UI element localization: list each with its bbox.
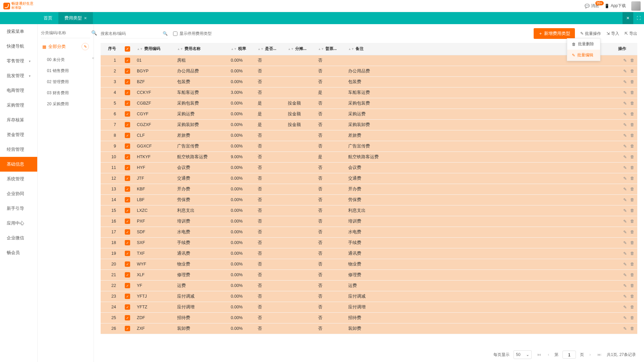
category-item[interactable]: 02 管理费用 [41, 76, 90, 87]
row-delete-icon[interactable]: 🗑 [630, 176, 635, 181]
sidebar-item[interactable]: 库存核算 [0, 113, 37, 127]
table-row[interactable]: 11✓HYF会议费0.00%否否会议费✎🗑 [101, 162, 637, 173]
row-edit-icon[interactable]: ✎ [623, 176, 627, 181]
table-row[interactable]: 18✓SXF手续费0.00%否否手续费✎🗑 [101, 237, 637, 248]
cell-checkbox[interactable]: ✓ [121, 205, 134, 216]
checkbox-checked-icon[interactable]: ✓ [125, 176, 130, 181]
add-expense-type-button[interactable]: ＋ 新增费用类型 [534, 28, 575, 39]
checkbox-checked-icon[interactable]: ✓ [125, 58, 130, 63]
table-row[interactable]: 9✓GGXCF广告宣传费0.00%否否广告宣传费✎🗑 [101, 141, 637, 152]
sidebar-item[interactable]: 应用中心 [0, 216, 37, 231]
first-page-button[interactable]: ⏮ [536, 352, 542, 357]
row-edit-icon[interactable]: ✎ [623, 273, 627, 278]
sidebar-item[interactable]: 搜索菜单 [0, 24, 37, 39]
cell-checkbox[interactable]: ✓ [121, 237, 134, 248]
category-item[interactable]: 03 财务费用 [41, 87, 90, 99]
messages-link[interactable]: 💬 消息 99+ [585, 3, 599, 9]
row-delete-icon[interactable]: 🗑 [630, 326, 635, 331]
category-item[interactable]: 01 销售费用 [41, 65, 90, 76]
row-edit-icon[interactable]: ✎ [623, 187, 627, 192]
th-is[interactable]: ▲▼是否... [255, 43, 285, 55]
cell-checkbox[interactable]: ✓ [121, 216, 134, 227]
table-row[interactable]: 3✓BZF包装费0.00%否否包装费✎🗑 [101, 76, 637, 87]
cell-checkbox[interactable]: ✓ [121, 227, 134, 237]
checkbox-checked-icon[interactable]: ✓ [125, 197, 130, 202]
row-delete-icon[interactable]: 🗑 [630, 112, 635, 117]
cell-checkbox[interactable]: ✓ [121, 280, 134, 291]
table-row[interactable]: 7✓CGZXF采购装卸费0.00%是按金额否采购装卸费✎🗑 [101, 119, 637, 130]
checkbox-checked-icon[interactable]: ✓ [125, 294, 130, 299]
fullscreen-icon[interactable]: ⛶ [633, 12, 644, 24]
import-button[interactable]: ⇲ 导入 [606, 31, 619, 37]
collapse-panel-icon[interactable]: « [92, 56, 94, 60]
checkbox-checked-icon[interactable]: ✓ [125, 133, 130, 138]
row-edit-icon[interactable]: ✎ [623, 165, 627, 170]
sidebar-item[interactable]: 企业微信 [0, 231, 37, 245]
table-row[interactable]: 25✓ZDF招待费0.00%否否招待费✎🗑 [101, 312, 637, 323]
table-row[interactable]: 4✓CCKYF车船客运费3.00%否是车船客运费✎🗑 [101, 87, 637, 98]
table-row[interactable]: 24✓YFTZ应付调增0.00%否否应付调增✎🗑 [101, 302, 637, 312]
checkbox-checked-icon[interactable]: ✓ [125, 251, 130, 256]
table-row[interactable]: 15✓LXZC利息支出0.00%否否利息支出✎🗑 [101, 205, 637, 216]
row-edit-icon[interactable]: ✎ [623, 326, 627, 331]
table-row[interactable]: 19✓TXF通讯费0.00%否否通讯费✎🗑 [101, 248, 637, 259]
th-pt[interactable]: ▲▼普票... [315, 43, 345, 55]
row-delete-icon[interactable]: 🗑 [630, 294, 635, 299]
cell-checkbox[interactable]: ✓ [121, 76, 134, 87]
cell-checkbox[interactable]: ✓ [121, 141, 134, 152]
th-rate[interactable]: ▲▼税率 [228, 43, 255, 55]
checkbox-checked-icon[interactable]: ✓ [125, 272, 130, 278]
sidebar-item[interactable]: 资金管理 [0, 127, 37, 142]
row-edit-icon[interactable]: ✎ [623, 90, 627, 95]
cell-checkbox[interactable]: ✓ [121, 98, 134, 109]
avatar[interactable] [631, 1, 641, 11]
table-row[interactable]: 14✓LBF劳保费0.00%否否劳保费✎🗑 [101, 194, 637, 205]
sidebar-item[interactable]: 批发管理▾ [0, 68, 37, 83]
checkbox-checked-icon[interactable]: ✓ [125, 143, 130, 149]
row-delete-icon[interactable]: 🗑 [630, 273, 635, 278]
export-button[interactable]: ⇱ 导出 [625, 31, 637, 37]
table-row[interactable]: 23✓YFTJ应付调减0.00%否否应付调减✎🗑 [101, 291, 637, 302]
row-edit-icon[interactable]: ✎ [623, 58, 627, 63]
category-all[interactable]: ▦ 全部分类 ✎ [41, 41, 90, 52]
sidebar-item[interactable]: 经营管理 [0, 142, 37, 157]
row-edit-icon[interactable]: ✎ [623, 79, 627, 84]
row-delete-icon[interactable]: 🗑 [630, 144, 635, 149]
row-edit-icon[interactable]: ✎ [623, 262, 627, 267]
category-edit-icon[interactable]: ✎ [82, 43, 89, 50]
checkbox-checked-icon[interactable]: ✓ [125, 315, 130, 320]
table-row[interactable]: 10✓HTKYF航空铁路客运费9.00%否是航空铁路客运费✎🗑 [101, 152, 637, 162]
row-edit-icon[interactable]: ✎ [623, 251, 627, 256]
row-delete-icon[interactable]: 🗑 [630, 262, 635, 267]
table-row[interactable]: 1✓01房租0.00%否否✎🗑 [101, 55, 637, 66]
checkbox-checked-icon[interactable]: ✓ [125, 283, 130, 288]
table-row[interactable]: 22✓YF运费0.00%否否运费✎🗑 [101, 280, 637, 291]
row-edit-icon[interactable]: ✎ [623, 240, 627, 245]
next-page-button[interactable]: › [588, 352, 592, 357]
cell-checkbox[interactable]: ✓ [121, 269, 134, 280]
th-share[interactable]: ▲▼分摊... [285, 43, 315, 55]
row-delete-icon[interactable]: 🗑 [630, 240, 635, 245]
th-seq[interactable]: 序号 [101, 43, 121, 55]
cell-checkbox[interactable]: ✓ [121, 259, 134, 269]
batch-ops-button[interactable]: ✎ 批量操作 [580, 31, 601, 37]
show-disabled-checkbox[interactable] [173, 32, 177, 36]
table-row[interactable]: 20✓WYF物业费0.00%否否物业费✎🗑 [101, 259, 637, 269]
cell-checkbox[interactable]: ✓ [121, 119, 134, 130]
sidebar-item[interactable]: 基础信息 [0, 157, 37, 172]
show-disabled-toggle[interactable]: 显示停用费用类型 [173, 31, 212, 37]
row-edit-icon[interactable]: ✎ [623, 112, 627, 117]
checkbox-checked-icon[interactable]: ✓ [125, 229, 130, 235]
table-row[interactable]: 17✓SDF水电费0.00%否否水电费✎🗑 [101, 227, 637, 237]
row-edit-icon[interactable]: ✎ [623, 144, 627, 149]
sidebar-item[interactable]: 企业协同 [0, 186, 37, 201]
row-delete-icon[interactable]: 🗑 [630, 197, 635, 202]
checkbox-checked-icon[interactable]: ✓ [125, 111, 130, 117]
row-edit-icon[interactable]: ✎ [623, 101, 627, 106]
checkbox-checked-icon[interactable]: ✓ [125, 165, 130, 170]
tab-expense-type[interactable]: 费用类型 ✕ [58, 12, 93, 24]
cell-checkbox[interactable]: ✓ [121, 109, 134, 119]
prev-page-button[interactable]: ‹ [546, 352, 550, 357]
th-select-all[interactable]: ✓ [121, 43, 134, 55]
row-delete-icon[interactable]: 🗑 [630, 305, 635, 310]
